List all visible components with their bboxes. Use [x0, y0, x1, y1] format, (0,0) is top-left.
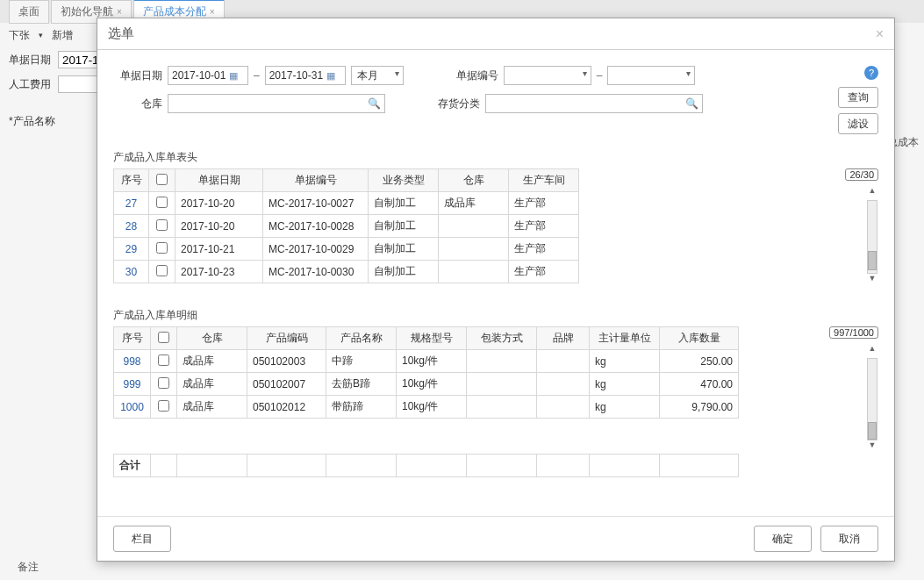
row-checkbox[interactable] [158, 354, 169, 366]
dialog-title: 选单 [108, 25, 134, 42]
header-table: 序号单据日期单据编号业务类型仓库生产车间 272017-10-20MC-2017… [113, 168, 579, 283]
lbl-product-name: 产品名称 [13, 115, 55, 127]
total-cell [537, 455, 590, 477]
col-header: 序号 [114, 169, 149, 192]
stock-category-lookup[interactable]: 🔍 [485, 94, 703, 113]
lbl-bill-date: 单据日期 [9, 53, 51, 68]
help-icon[interactable]: ? [864, 66, 878, 80]
filter-right: ? 查询 滤设 [838, 66, 878, 134]
tab-label: 初始化导航 [61, 4, 113, 19]
row-checkbox[interactable] [156, 265, 168, 276]
columns-button[interactable]: 栏目 [113, 526, 171, 552]
col-header: 产品编码 [247, 327, 326, 350]
col-header [151, 327, 177, 350]
lbl-bill-no: 单据编号 [449, 68, 498, 83]
lbl-labor: 人工费用 [9, 77, 51, 92]
filter-left: 单据日期 2017-10-01▦ – 2017-10-31▦ 本月 单据编号 –… [113, 66, 703, 134]
calendar-icon[interactable]: ▦ [229, 70, 238, 82]
total-cell: 合计 [114, 455, 151, 477]
scroll-up-icon[interactable]: ▲ [869, 186, 877, 195]
tab-desktop[interactable]: 桌面 [9, 0, 49, 24]
scrollbar[interactable] [867, 358, 877, 440]
lbl-stock-cat: 存货分类 [431, 97, 480, 111]
select-bill-dialog: 选单 × 单据日期 2017-10-01▦ – 2017-10-31▦ 本月 单… [97, 18, 895, 562]
row-checkbox[interactable] [156, 219, 168, 231]
col-header: 包装方式 [467, 327, 537, 350]
filter-button[interactable]: 滤设 [838, 113, 878, 134]
row-index: 29 [114, 238, 149, 261]
row-checkbox[interactable] [156, 197, 168, 208]
select-all-checkbox[interactable] [158, 332, 169, 343]
date-to-input[interactable]: 2017-10-31▦ [265, 66, 346, 85]
dialog-header: 选单 × [97, 18, 894, 50]
header-table-section: 产成品入库单表头 序号单据日期单据编号业务类型仓库生产车间 272017-10-… [113, 150, 878, 283]
tab-label: 桌面 [18, 4, 39, 19]
dialog-body: 单据日期 2017-10-01▦ – 2017-10-31▦ 本月 单据编号 –… [97, 50, 894, 516]
col-header: 序号 [114, 327, 151, 350]
col-header: 生产车间 [509, 169, 579, 192]
dropdown-icon[interactable]: ▾ [39, 31, 43, 39]
col-header [149, 169, 175, 192]
range-dash: – [597, 69, 603, 82]
lbl-warehouse: 仓库 [113, 97, 162, 111]
lbl-remark: 备注 [18, 560, 39, 575]
bill-date-input[interactable] [58, 51, 102, 68]
row-index: 28 [114, 215, 149, 238]
total-cell [590, 455, 660, 477]
bill-no-from[interactable] [504, 66, 591, 85]
search-icon[interactable]: 🔍 [368, 97, 381, 110]
col-header: 单据日期 [175, 169, 263, 192]
row-index: 999 [114, 373, 151, 396]
row-checkbox[interactable] [158, 377, 169, 389]
row-index: 30 [114, 261, 149, 283]
table-row[interactable]: 272017-10-20MC-2017-10-0027自制加工成品库生产部 [114, 192, 579, 215]
search-icon[interactable]: 🔍 [685, 97, 698, 110]
date-from-input[interactable]: 2017-10-01▦ [168, 66, 248, 85]
col-header: 主计量单位 [590, 327, 660, 350]
total-row: 合计 [113, 454, 739, 477]
table-row[interactable]: 999成品库050102007去筋B蹄10kg/件kg470.00 [114, 373, 739, 396]
row-checkbox[interactable] [156, 242, 168, 254]
col-header: 仓库 [439, 169, 509, 192]
total-cell [151, 455, 177, 477]
row-checkbox[interactable] [158, 400, 169, 412]
scroll-thumb[interactable] [868, 422, 877, 440]
table-row[interactable]: 1000成品库050102012带筋蹄10kg/件kg9,790.00 [114, 396, 739, 419]
table-row[interactable]: 292017-10-21MC-2017-10-0029自制加工生产部 [114, 238, 579, 261]
warehouse-lookup[interactable]: 🔍 [168, 94, 385, 113]
lbl-bill-date: 单据日期 [113, 68, 162, 83]
table-row[interactable]: 302017-10-23MC-2017-10-0030自制加工生产部 [114, 261, 579, 283]
scroll-thumb[interactable] [868, 251, 877, 270]
toolbar-new[interactable]: 新增 [52, 28, 73, 43]
select-all-checkbox[interactable] [156, 174, 168, 185]
range-dash: – [254, 69, 260, 82]
query-button[interactable]: 查询 [838, 87, 878, 108]
date-range-select[interactable]: 本月 [351, 66, 404, 85]
scrollbar[interactable] [867, 200, 877, 274]
calendar-icon[interactable]: ▦ [326, 70, 335, 82]
table-row[interactable]: 282017-10-20MC-2017-10-0028自制加工生产部 [114, 215, 579, 238]
bill-no-to[interactable] [607, 66, 695, 85]
dialog-footer: 栏目 确定 取消 [97, 516, 894, 561]
close-icon[interactable]: × [210, 7, 215, 17]
close-icon[interactable]: × [876, 26, 884, 42]
scroll-up-icon[interactable]: ▲ [869, 344, 877, 353]
toolbar-next[interactable]: 下张 [9, 28, 30, 43]
row-index: 27 [114, 192, 149, 215]
detail-table-section: 产成品入库单明细 序号仓库产品编码产品名称规格型号包装方式品牌主计量单位入库数量… [113, 308, 878, 477]
total-cell [326, 455, 397, 477]
scroll-down-icon[interactable]: ▼ [869, 274, 877, 283]
row-index: 1000 [114, 396, 151, 419]
col-header: 品牌 [537, 327, 590, 350]
table-row[interactable]: 998成品库050102003中蹄10kg/件kg250.00 [114, 350, 739, 373]
col-header: 入库数量 [660, 327, 739, 350]
labor-input[interactable] [58, 75, 102, 93]
col-header: 仓库 [177, 327, 247, 350]
col-header: 业务类型 [369, 169, 439, 192]
total-cell [247, 455, 326, 477]
close-icon[interactable]: × [117, 7, 122, 17]
cancel-button[interactable]: 取消 [820, 526, 878, 552]
row-counter: 26/30 [845, 168, 878, 181]
scroll-down-icon[interactable]: ▼ [869, 440, 877, 449]
ok-button[interactable]: 确定 [754, 526, 812, 552]
